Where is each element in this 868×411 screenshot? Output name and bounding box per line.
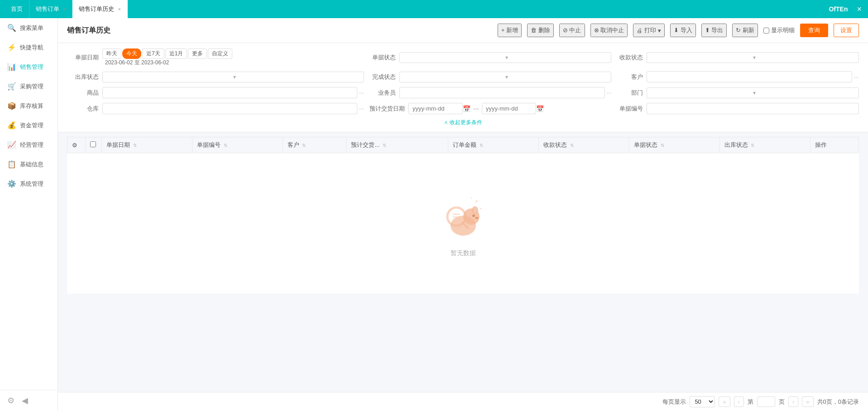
sidebar-item-system-mgmt-label: 系统管理 xyxy=(20,180,43,188)
table-body: ✦ ✦ ✦ 暂无数据 xyxy=(67,153,859,294)
customer-dots[interactable]: ··· xyxy=(854,73,859,80)
expected-date-to-input[interactable] xyxy=(482,103,536,114)
cancel-stop-button[interactable]: ⊗ 取消中止 xyxy=(590,24,628,37)
stop-button[interactable]: ⊘ 中止 xyxy=(559,24,585,37)
last-page-button[interactable]: » xyxy=(802,396,813,407)
order-number-input[interactable] xyxy=(647,103,859,114)
sidebar-item-search-menu[interactable]: 🔍 搜索菜单 xyxy=(0,18,58,38)
receipt-status-select[interactable]: ▾ xyxy=(647,52,859,63)
salesperson-label: 业务员 xyxy=(364,89,396,97)
empty-illustration: ✦ ✦ ✦ xyxy=(436,189,490,244)
th-check[interactable] xyxy=(86,137,102,153)
refresh-button[interactable]: ↻ 刷新 xyxy=(732,24,758,37)
th-order-date[interactable]: 单据日期 ⇅ xyxy=(102,137,192,153)
stock-out-status-arrow-icon: ▾ xyxy=(233,74,360,80)
salesperson-input[interactable] xyxy=(399,87,605,98)
select-all-checkbox[interactable] xyxy=(90,141,96,147)
tab-home[interactable]: 首页 xyxy=(5,0,29,18)
first-page-button[interactable]: « xyxy=(719,396,730,407)
calendar-from-icon[interactable]: 📅 xyxy=(463,105,470,112)
order-status-select[interactable]: ▾ xyxy=(399,52,612,63)
date-btn-yesterday[interactable]: 昨天 xyxy=(102,48,121,59)
print-button[interactable]: 🖨 打印 ▾ xyxy=(633,24,665,37)
import-button[interactable]: ⬇ 导入 xyxy=(670,24,696,37)
stock-out-status-select[interactable]: ▾ xyxy=(102,72,364,82)
sort-order-number-icon: ⇅ xyxy=(224,143,227,148)
department-arrow-icon: ▾ xyxy=(753,90,855,96)
warehouse-label: 仓库 xyxy=(67,105,99,113)
operation-mgmt-icon: 📈 xyxy=(7,140,16,149)
table-settings-icon[interactable]: ⚙ xyxy=(72,142,77,149)
new-button[interactable]: + 新增 xyxy=(498,24,522,37)
tab-sales-order-history-close[interactable]: × xyxy=(118,6,120,12)
tab-sales-order-close[interactable]: × xyxy=(63,6,66,12)
sidebar-item-system-mgmt[interactable]: ⚙️ 系统管理 xyxy=(0,174,58,193)
date-btn-1month[interactable]: 近1月 xyxy=(165,48,187,59)
date-btn-group: 昨天 今天 近7天 近1月 更多 自定义 xyxy=(102,48,232,59)
tab-sales-order[interactable]: 销售订单 × xyxy=(29,0,72,18)
sort-order-status-icon: ⇅ xyxy=(661,143,664,148)
sort-order-amount-icon: ⇅ xyxy=(480,143,483,148)
th-receipt-status-label: 收款状态 xyxy=(543,141,567,148)
sidebar-collapse-icon[interactable]: ◀ xyxy=(22,396,28,406)
total-info: 共0页，0条记录 xyxy=(817,398,859,406)
th-order-amount[interactable]: 订单金额 ⇅ xyxy=(448,137,539,153)
window-close-button[interactable]: × xyxy=(855,3,863,16)
customer-input[interactable] xyxy=(647,71,852,82)
tab-sales-order-history[interactable]: 销售订单历史 × xyxy=(72,0,127,18)
delete-button[interactable]: 🗑 删除 xyxy=(527,24,554,37)
product-dots[interactable]: ··· xyxy=(359,89,364,96)
sidebar-item-capital-mgmt[interactable]: 💰 资金管理 xyxy=(0,116,58,135)
export-button[interactable]: ⬆ 导出 xyxy=(701,24,727,37)
calendar-to-icon[interactable]: 📅 xyxy=(536,105,544,112)
expected-date-label: 预计交货日期 xyxy=(364,105,405,113)
warehouse-input[interactable] xyxy=(102,103,357,114)
th-stock-out-status[interactable]: 出库状态 ⇅ xyxy=(719,137,810,153)
product-input[interactable] xyxy=(102,87,357,98)
th-order-status[interactable]: 单据状态 ⇅ xyxy=(629,137,719,153)
sidebar-item-stock-check[interactable]: 📦 库存核算 xyxy=(0,96,58,116)
th-receipt-status[interactable]: 收款状态 ⇅ xyxy=(538,137,629,153)
stock-out-status-label: 出库状态 xyxy=(67,73,99,81)
sidebar-settings-icon[interactable]: ⚙ xyxy=(7,396,14,406)
sidebar-item-quick-nav[interactable]: ⚡ 快捷导航 xyxy=(0,38,58,57)
th-customer[interactable]: 客户 ⇅ xyxy=(283,137,346,153)
query-button[interactable]: 查询 xyxy=(800,24,828,37)
sidebar-item-sales-mgmt[interactable]: 📊 销售管理 xyxy=(0,57,58,77)
date-btn-7days[interactable]: 近7天 xyxy=(142,48,164,59)
expected-date-from-input[interactable] xyxy=(408,103,463,114)
table-wrap: ⚙ 单据日期 ⇅ 单据编号 ⇅ xyxy=(58,132,868,392)
sidebar-item-basic-info[interactable]: 📋 基础信息 xyxy=(0,155,58,174)
filter-row-4: 仓库 ··· 预计交货日期 📅 — 📅 单据编号 xyxy=(67,103,859,114)
salesperson-dots[interactable]: ··· xyxy=(607,89,612,96)
warehouse-dots[interactable]: ··· xyxy=(359,105,364,112)
top-bar: 首页 销售订单 × 销售订单历史 × OfTEn × xyxy=(0,0,868,18)
sidebar-item-operation-mgmt-label: 经营管理 xyxy=(20,141,43,149)
next-page-button[interactable]: › xyxy=(788,396,798,407)
date-btn-more[interactable]: 更多 xyxy=(188,48,207,59)
date-btn-today[interactable]: 今天 xyxy=(122,48,141,59)
th-settings[interactable]: ⚙ xyxy=(67,137,86,153)
collapse-bar[interactable]: ∧ 收起更多条件 xyxy=(67,119,859,126)
svg-point-5 xyxy=(473,215,474,216)
setting-button[interactable]: 设置 xyxy=(834,24,859,37)
th-order-number-label: 单据编号 xyxy=(197,141,221,148)
completion-status-select[interactable]: ▾ xyxy=(399,72,612,82)
prev-page-button[interactable]: ‹ xyxy=(734,396,744,407)
date-range-text: 2023-06-02 至 2023-06-02 xyxy=(105,59,232,67)
th-expected-delivery[interactable]: 预计交货... ⇅ xyxy=(346,137,448,153)
filter-row-1: 单据日期 昨天 今天 近7天 近1月 更多 自定义 2023-06-02 至 2… xyxy=(67,48,859,67)
th-order-amount-label: 订单金额 xyxy=(453,141,476,148)
sidebar-item-search-menu-label: 搜索菜单 xyxy=(20,24,43,32)
th-order-number[interactable]: 单据编号 ⇅ xyxy=(192,137,283,153)
department-select[interactable]: ▾ xyxy=(647,87,859,98)
date-btn-custom[interactable]: 自定义 xyxy=(208,48,232,59)
system-mgmt-icon: ⚙️ xyxy=(7,179,16,188)
current-page-input[interactable]: 1 xyxy=(757,396,775,407)
display-detail-checkbox[interactable] xyxy=(763,28,769,34)
date-label: 单据日期 xyxy=(67,53,99,62)
sort-expected-delivery-icon: ⇅ xyxy=(383,143,386,148)
sidebar-item-purchase-mgmt[interactable]: 🛒 采购管理 xyxy=(0,77,58,96)
page-size-select[interactable]: 50 10 20 100 xyxy=(690,396,715,407)
sidebar-item-operation-mgmt[interactable]: 📈 经营管理 xyxy=(0,135,58,155)
